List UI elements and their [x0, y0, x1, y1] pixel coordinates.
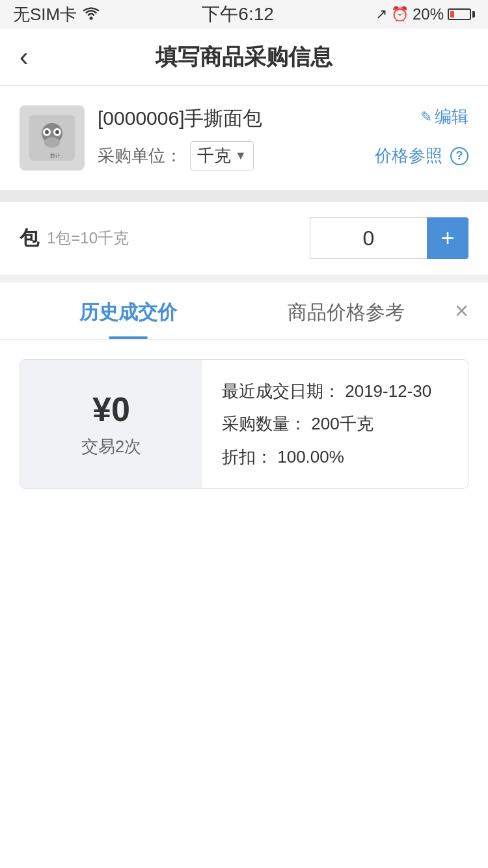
edit-button[interactable]: ✎ 编辑	[420, 105, 468, 128]
carrier-text: 无SIM卡	[13, 3, 77, 26]
tab-header: 历史成交价 商品价格参考 ×	[0, 282, 488, 340]
plus-icon: +	[441, 224, 454, 252]
trade-count: 交易2次	[81, 435, 141, 458]
svg-point-6	[55, 130, 59, 134]
section-divider	[0, 190, 488, 202]
unit-box: 包	[20, 225, 39, 252]
quantity-control: +	[310, 217, 468, 259]
help-icon[interactable]: ?	[450, 147, 468, 165]
quantity-row-detail: 采购数量： 200千克	[222, 412, 448, 435]
product-info: [0000006]手撕面包 ✎ 编辑 采购单位： 千克 ▼ 价格参照 ?	[98, 105, 468, 170]
battery-icon	[448, 8, 475, 20]
status-time: 下午6:12	[202, 2, 274, 27]
quantity-input[interactable]	[310, 217, 427, 259]
discount-row: 折扣： 100.00%	[222, 445, 448, 468]
battery-percent: 20%	[413, 5, 444, 23]
recent-date-row: 最近成交日期： 2019-12-30	[222, 379, 448, 403]
unit-conversion: 1包=10千克	[47, 228, 129, 249]
recent-date-value: 2019-12-30	[345, 381, 431, 401]
tab-price-reference[interactable]: 商品价格参考	[237, 282, 454, 339]
tab-section: 历史成交价 商品价格参考 × ¥0 交易2次 最近成交日期： 2019-12-3…	[0, 282, 488, 508]
product-header: 数计 [0000006]手撕面包 ✎ 编辑 采购单位： 千克 ▼ 价格参照	[20, 105, 468, 170]
trade-price: ¥0	[92, 390, 130, 429]
content-area: ¥0 交易2次 最近成交日期： 2019-12-30 采购数量： 200千克 折…	[0, 340, 488, 508]
purchase-unit-row: 采购单位： 千克 ▼ 价格参照 ?	[98, 141, 468, 170]
product-card: 数计 [0000006]手撕面包 ✎ 编辑 采购单位： 千克 ▼ 价格参照	[0, 86, 488, 190]
product-name: [0000006]手撕面包	[98, 105, 262, 132]
tab-history-price[interactable]: 历史成交价	[20, 282, 237, 339]
dropdown-arrow-icon: ▼	[235, 149, 247, 163]
nav-bar: ‹ 填写商品采购信息	[0, 29, 488, 86]
back-button[interactable]: ‹	[20, 42, 28, 72]
close-button[interactable]: ×	[455, 286, 468, 336]
location-icon: ↗	[375, 6, 387, 23]
quantity-detail-value: 200千克	[311, 414, 373, 433]
trade-right: 最近成交日期： 2019-12-30 采购数量： 200千克 折扣： 100.0…	[202, 360, 468, 488]
bottom-area	[0, 508, 488, 868]
product-image: 数计	[20, 105, 85, 170]
wifi-icon	[82, 5, 100, 25]
status-left: 无SIM卡	[13, 3, 100, 26]
svg-text:数计: 数计	[50, 153, 61, 159]
unit-label: 包 1包=10千克	[20, 225, 129, 252]
page-title: 填写商品采购信息	[156, 42, 332, 72]
discount-value: 100.00%	[277, 447, 344, 467]
alarm-icon: ⏰	[391, 6, 409, 23]
purchase-unit-label: 采购单位：	[98, 144, 182, 167]
unit-select[interactable]: 千克 ▼	[190, 141, 254, 170]
quantity-plus-button[interactable]: +	[427, 217, 468, 259]
trade-card: ¥0 交易2次 最近成交日期： 2019-12-30 采购数量： 200千克 折…	[20, 359, 468, 489]
trade-left: ¥0 交易2次	[20, 360, 202, 488]
price-reference-link[interactable]: 价格参照	[375, 144, 442, 167]
svg-point-5	[45, 130, 49, 134]
quantity-row: 包 1包=10千克 +	[0, 202, 488, 275]
svg-point-7	[44, 137, 60, 148]
status-right: ↗ ⏰ 20%	[375, 5, 475, 23]
svg-point-0	[90, 16, 93, 20]
status-bar: 无SIM卡 下午6:12 ↗ ⏰ 20%	[0, 0, 488, 29]
